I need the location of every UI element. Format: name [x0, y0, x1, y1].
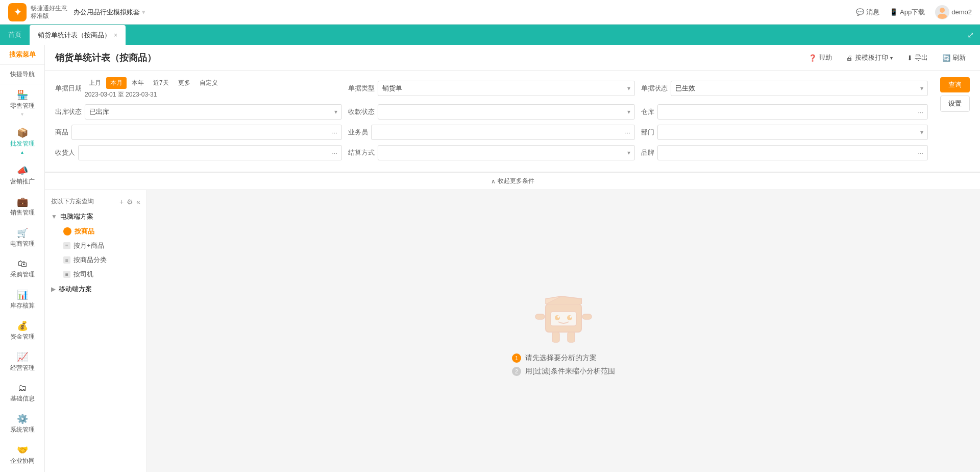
brand-ellipsis: ···	[918, 149, 923, 157]
sidebar-search[interactable]: 搜索菜单	[0, 45, 44, 65]
edit-scheme-btn[interactable]: ⚙	[127, 198, 133, 206]
by-goods-icon	[63, 227, 71, 235]
print-icon: 🖨	[846, 54, 853, 62]
sidebar-item-marketing[interactable]: 📣 营销推广	[0, 160, 44, 191]
query-button[interactable]: 查询	[940, 77, 970, 92]
tab-close-btn[interactable]: ×	[114, 32, 117, 39]
date-this-month-btn[interactable]: 本月	[106, 77, 127, 89]
receiver-field: 收货人 ···	[55, 145, 342, 160]
warehouse-label: 仓库	[641, 107, 654, 116]
tab-sales-stats[interactable]: 销货单统计表（按商品） ×	[30, 25, 126, 45]
date-last-month-btn[interactable]: 上月	[85, 77, 105, 89]
tree-sub-item-by-category[interactable]: ≡ 按商品分类	[53, 253, 146, 267]
out-status-chevron: ▾	[334, 108, 337, 115]
left-panel-actions: + ⚙ «	[119, 198, 140, 206]
tab-home[interactable]: 首页	[0, 25, 30, 45]
empty-tip-2: 2 用[过滤]条件来缩小分析范围	[512, 367, 615, 376]
department-select[interactable]: ▾	[657, 125, 928, 140]
salesperson-ellipsis: ···	[625, 129, 630, 136]
refresh-icon: 🔄	[942, 54, 950, 62]
logo-area[interactable]: ✦ 畅捷通好生意 标准版	[8, 3, 67, 21]
settlement-field: 结算方式 ▾	[348, 145, 635, 160]
top-nav: ✦ 畅捷通好生意 标准版 办公用品行业模拟账套 ▾ 💬 消息 📱 App下载 d…	[0, 0, 980, 25]
out-status-select[interactable]: 已出库 ▾	[85, 104, 342, 120]
goods-input[interactable]: ···	[71, 125, 342, 140]
print-arrow-icon: ▾	[890, 55, 893, 61]
message-btn[interactable]: 💬 消息	[856, 8, 879, 17]
sidebar-item-purchase[interactable]: 🛍 采购管理	[0, 253, 44, 284]
filter-row-1: 单据日期 上月 本月 本年 近7天 更多 自定义 2023-03-01 至 20…	[55, 77, 928, 99]
export-btn[interactable]: ⬇ 导出	[903, 51, 932, 64]
date-7days-btn[interactable]: 近7天	[149, 77, 173, 89]
operation-icon: 📈	[17, 351, 28, 363]
collapse-icon: ∧	[491, 178, 496, 185]
basic-info-icon: 🗂	[18, 383, 27, 393]
left-panel-title: 按以下方案查询	[51, 197, 94, 206]
marketing-icon: 📣	[17, 165, 28, 176]
salesperson-input[interactable]: ···	[371, 125, 635, 140]
date-more-btn[interactable]: 更多	[174, 77, 194, 89]
tree-sub-item-by-month-goods[interactable]: ≡ 按月+商品	[53, 239, 146, 253]
enterprise-icon: 🤝	[17, 444, 28, 456]
date-range-text: 2023-03-01 至 2023-03-31	[85, 90, 342, 99]
sidebar-item-inventory[interactable]: 📊 库存核算	[0, 284, 44, 315]
date-this-year-btn[interactable]: 本年	[128, 77, 148, 89]
sidebar-item-retail[interactable]: 🏪 零售管理 ▾	[0, 84, 44, 122]
page-body: 按以下方案查询 + ⚙ « ▼ 电脑端方案 按商品	[45, 190, 980, 472]
settlement-label: 结算方式	[348, 148, 375, 157]
date-custom-btn[interactable]: 自定义	[195, 77, 222, 89]
brand-input[interactable]: ···	[657, 145, 928, 160]
app-download-btn[interactable]: 📱 App下载	[890, 8, 925, 17]
user-area[interactable]: demo2	[935, 5, 972, 19]
wholesale-icon: 📦	[17, 127, 28, 138]
settings-button[interactable]: 设置	[940, 96, 970, 112]
tree-mobile-expand-icon: ▶	[51, 286, 56, 293]
filter-fields: 单据日期 上月 本月 本年 近7天 更多 自定义 2023-03-01 至 20…	[55, 77, 928, 166]
receiver-label: 收货人	[55, 148, 75, 157]
doc-type-select[interactable]: 销货单 ▾	[378, 81, 635, 96]
breadcrumb[interactable]: 办公用品行业模拟账套 ▾	[74, 8, 145, 17]
logo-icon: ✦	[8, 3, 27, 21]
left-panel-header: 按以下方案查询 + ⚙ «	[45, 194, 146, 209]
page-header-top: 销货单统计表（按商品） ❓ 帮助 🖨 按模板打印 ▾ ⬇ 导出	[55, 51, 970, 64]
template-print-btn[interactable]: 🖨 按模板打印 ▾	[842, 51, 897, 64]
collapse-panel-btn[interactable]: «	[136, 198, 140, 206]
sidebar-item-finance[interactable]: 💰 资金管理	[0, 315, 44, 346]
doc-status-select[interactable]: 已生效 ▾	[671, 81, 928, 96]
collapse-bar[interactable]: ∧ 收起更多条件	[45, 172, 980, 190]
sidebar-item-sales[interactable]: 💼 销售管理	[0, 191, 44, 222]
goods-ellipsis: ···	[332, 129, 337, 136]
top-nav-left: ✦ 畅捷通好生意 标准版 办公用品行业模拟账套 ▾	[8, 3, 145, 21]
tree-children-desktop: 按商品 ≡ 按月+商品 ≡ 按商品分类 ≡ 按司机	[45, 224, 146, 281]
refresh-btn[interactable]: 🔄 刷新	[938, 51, 970, 64]
sidebar-quick-nav[interactable]: 快捷导航	[0, 65, 44, 84]
out-status-label: 出库状态	[55, 107, 82, 116]
receiver-input[interactable]: ···	[78, 145, 342, 160]
empty-tips: 1 请先选择要分析的方案 2 用[过滤]条件来缩小分析范围	[512, 353, 615, 376]
content-area: 销货单统计表（按商品） ❓ 帮助 🖨 按模板打印 ▾ ⬇ 导出	[45, 45, 980, 472]
date-field: 单据日期 上月 本月 本年 近7天 更多 自定义 2023-03-01 至 20…	[55, 77, 342, 99]
settlement-select[interactable]: ▾	[378, 145, 635, 160]
svg-rect-11	[568, 332, 575, 342]
tree-sub-item-by-driver[interactable]: ≡ 按司机	[53, 267, 146, 281]
sidebar-item-ecommerce[interactable]: 🛒 电商管理	[0, 222, 44, 253]
sidebar-item-wholesale[interactable]: 📦 批发管理 ▴	[0, 122, 44, 160]
add-scheme-btn[interactable]: +	[119, 198, 124, 206]
brand-label: 品牌	[641, 148, 654, 157]
sidebar-item-enterprise[interactable]: 🤝 企业协同	[0, 439, 44, 470]
payment-status-select[interactable]: ▾	[378, 104, 635, 120]
goods-label: 商品	[55, 128, 68, 137]
sidebar-item-basic-info[interactable]: 🗂 基础信息	[0, 377, 44, 408]
tree-item-desktop[interactable]: ▼ 电脑端方案	[45, 209, 146, 224]
tree-item-mobile[interactable]: ▶ 移动端方案	[45, 281, 146, 297]
svg-point-6	[557, 316, 559, 318]
tree-sub-item-by-goods[interactable]: 按商品	[53, 224, 146, 239]
department-label: 部门	[641, 128, 654, 137]
doc-type-chevron: ▾	[627, 85, 630, 92]
sidebar-item-operation[interactable]: 📈 经营管理	[0, 346, 44, 377]
doc-type-field: 单据类型 销货单 ▾	[348, 77, 635, 99]
tab-expand-btn[interactable]: ⤢	[967, 30, 974, 40]
warehouse-input[interactable]: ···	[657, 104, 928, 120]
sidebar-item-system[interactable]: ⚙️ 系统管理	[0, 408, 44, 439]
help-btn[interactable]: ❓ 帮助	[804, 51, 836, 64]
